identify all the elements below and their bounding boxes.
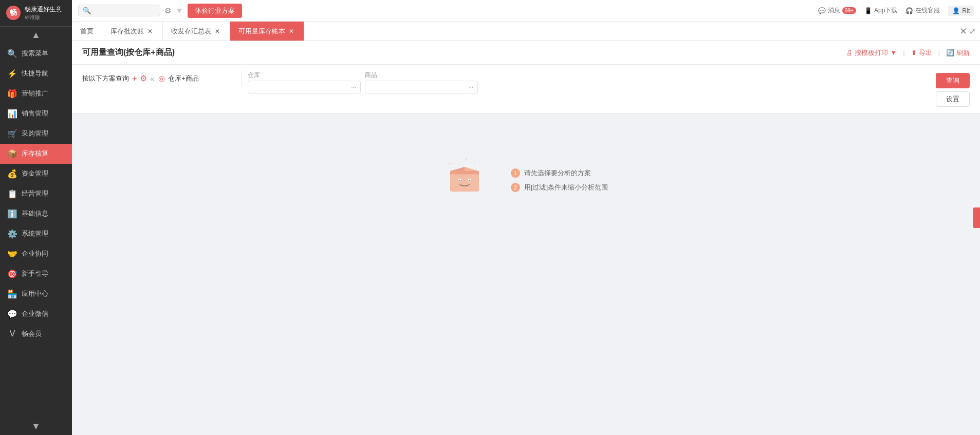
refresh-button[interactable]: 🔄 刷新 — [946, 48, 970, 58]
finance-icon: 💰 — [7, 169, 17, 179]
goods-more-button[interactable]: ··· — [468, 84, 473, 91]
filter-field-goods: 商品 ··· — [365, 71, 478, 93]
tip-num-2: 2 — [511, 183, 520, 192]
tab-available-inventory[interactable]: 可用量库存账本 ✕ — [230, 22, 304, 41]
query-label: 按以下方案查询 — [82, 74, 129, 83]
query-collapse-button[interactable]: « — [150, 75, 154, 82]
tab-available-inventory-label: 可用量库存账本 — [238, 27, 285, 36]
empty-box-svg: ~ ~ ? — [444, 155, 485, 196]
tab-batch-account-close[interactable]: ✕ — [146, 28, 154, 35]
filter-field-warehouse: 仓库 ··· — [248, 71, 361, 93]
empty-illustration: ~ ~ ? — [444, 155, 495, 206]
sidebar-item-newbie-label: 新手引导 — [22, 269, 48, 278]
app-name: 畅康通好生意 — [25, 5, 62, 14]
svg-marker-1 — [450, 167, 465, 171]
query-actions: 查询 设置 — [930, 71, 970, 107]
message-label: 消息 — [828, 6, 840, 15]
topbar-app-download[interactable]: 📱 App下载 — [864, 6, 897, 15]
sidebar-item-wechat-label: 企业微信 — [22, 309, 48, 318]
sidebar-item-member[interactable]: V 畅会员 — [0, 324, 72, 344]
warehouse-input-wrap[interactable]: ··· — [248, 81, 361, 93]
svg-text:~: ~ — [448, 160, 451, 166]
sidebar-item-search[interactable]: 🔍 搜索菜单 — [0, 44, 72, 64]
tip-text-2: 用[过滤]条件来缩小分析范围 — [524, 183, 608, 192]
sidebar-scroll-up[interactable]: ▲ — [0, 27, 72, 44]
empty-tips: 1 请先选择要分析的方案 2 用[过滤]条件来缩小分析范围 — [511, 168, 608, 192]
empty-state: ~ ~ ? 1 请先选择要分析的方案 2 用[过滤]条件来缩小分析范围 — [72, 114, 980, 247]
message-icon: 💬 — [818, 7, 826, 14]
sidebar-nav: 🔍 搜索菜单 ⚡ 快捷导航 🎁 营销推广 📊 销售管理 🛒 采购管理 📦 库存核… — [0, 44, 72, 418]
goods-input-wrap[interactable]: ··· — [365, 81, 478, 93]
sidebar-item-basic[interactable]: ℹ️ 基础信息 — [0, 204, 72, 224]
query-row: 按以下方案查询 + ⚙ « ◎ 仓库+商品 仓库 — [82, 71, 970, 107]
sidebar-item-shortcut-label: 快捷导航 — [22, 69, 48, 78]
sidebar-item-purchase[interactable]: 🛒 采购管理 — [0, 124, 72, 144]
sidebar-item-enterprise[interactable]: 🤝 企业协同 — [0, 244, 72, 264]
sidebar-item-operation-label: 经营管理 — [22, 189, 48, 198]
svg-rect-3 — [450, 171, 479, 174]
warehouse-more-button[interactable]: ··· — [351, 84, 356, 91]
svg-text:?: ? — [465, 157, 467, 162]
sidebar-item-system[interactable]: ⚙️ 系统管理 — [0, 224, 72, 244]
export-button[interactable]: ⬆ 导出 — [911, 48, 932, 58]
tab-batch-account[interactable]: 库存批次账 ✕ — [102, 22, 163, 41]
page-content: 可用量查询(按仓库+商品) 🖨 按模板打印 ▼ | ⬆ 导出 | 🔄 刷新 — [72, 41, 980, 435]
sidebar-item-inventory[interactable]: 📦 库存核算 — [0, 144, 72, 164]
sidebar-item-inventory-label: 库存核算 — [22, 149, 48, 158]
topbar-gear-button[interactable]: ⚙ — [164, 6, 171, 15]
sidebar-item-wechat[interactable]: 💬 企业微信 — [0, 304, 72, 324]
customer-service-label: 在线客服 — [915, 6, 940, 15]
warehouse-input[interactable] — [252, 83, 349, 91]
search-input[interactable] — [93, 7, 144, 14]
customer-service-icon: 🎧 — [905, 7, 913, 14]
expand-tabs-button[interactable]: ⤢ — [969, 27, 976, 36]
sidebar-item-appcenter[interactable]: 🏪 应用中心 — [0, 284, 72, 304]
query-scheme-list: ◎ 仓库+商品 — [154, 71, 242, 86]
sidebar-item-marketing[interactable]: 🎁 营销推广 — [0, 84, 72, 104]
system-icon: ⚙️ — [7, 229, 17, 239]
print-template-button[interactable]: 🖨 按模板打印 ▼ — [846, 48, 897, 58]
tip-num-1: 1 — [511, 168, 520, 178]
scheme-item-icon: ◎ — [158, 74, 165, 83]
topbar-user-area[interactable]: 👤 Rit — [948, 6, 974, 16]
right-scroll-indicator[interactable] — [973, 207, 980, 228]
close-all-tabs-button[interactable]: ✕ — [959, 26, 967, 37]
inventory-icon: 📦 — [7, 149, 17, 159]
sidebar-item-system-label: 系统管理 — [22, 229, 48, 238]
topbar-customer-service[interactable]: 🎧 在线客服 — [905, 6, 940, 15]
query-section: 按以下方案查询 + ⚙ « ◎ 仓库+商品 仓库 — [72, 65, 980, 114]
svg-text:~: ~ — [473, 158, 476, 164]
tab-receive-summary[interactable]: 收发存汇总表 ✕ — [163, 22, 230, 41]
newbie-icon: 🎯 — [7, 269, 17, 279]
tab-available-inventory-close[interactable]: ✕ — [287, 28, 295, 35]
sidebar-item-sales[interactable]: 📊 销售管理 — [0, 104, 72, 124]
page-title: 可用量查询(按仓库+商品) — [82, 47, 175, 58]
query-config-button[interactable]: ⚙ — [140, 74, 147, 83]
empty-tip-2: 2 用[过滤]条件来缩小分析范围 — [511, 183, 608, 192]
scheme-item-warehouse-goods[interactable]: ◎ 仓库+商品 — [154, 71, 235, 86]
export-label: 导出 — [919, 48, 932, 58]
goods-input[interactable] — [369, 83, 466, 91]
query-button[interactable]: 查询 — [936, 73, 970, 88]
industry-solution-button[interactable]: 体验行业方案 — [188, 4, 242, 18]
sidebar-item-finance[interactable]: 💰 资金管理 — [0, 164, 72, 184]
sidebar-item-shortcut[interactable]: ⚡ 快捷导航 — [0, 64, 72, 84]
tip-text-1: 请先选择要分析的方案 — [524, 168, 591, 178]
svg-point-6 — [459, 180, 460, 181]
settings-button[interactable]: 设置 — [936, 91, 970, 107]
sidebar-scroll-down[interactable]: ▼ — [0, 418, 72, 435]
purchase-icon: 🛒 — [7, 129, 17, 139]
sidebar-item-member-label: 畅会员 — [22, 329, 42, 338]
sidebar-item-newbie[interactable]: 🎯 新手引导 — [0, 264, 72, 284]
topbar-search-box[interactable]: 🔍 — [78, 5, 160, 16]
user-name: Rit — [962, 7, 970, 14]
print-label: 按模板打印 — [855, 48, 888, 58]
topbar-message[interactable]: 💬 消息 99+ — [818, 6, 856, 15]
query-add-scheme-button[interactable]: + — [132, 74, 137, 83]
tab-receive-summary-close[interactable]: ✕ — [213, 28, 221, 35]
sales-icon: 📊 — [7, 109, 17, 119]
app-download-label: App下载 — [874, 6, 897, 15]
search-icon: 🔍 — [83, 7, 91, 14]
tab-home[interactable]: 首页 — [72, 22, 102, 41]
sidebar-item-operation[interactable]: 📋 经营管理 — [0, 184, 72, 204]
